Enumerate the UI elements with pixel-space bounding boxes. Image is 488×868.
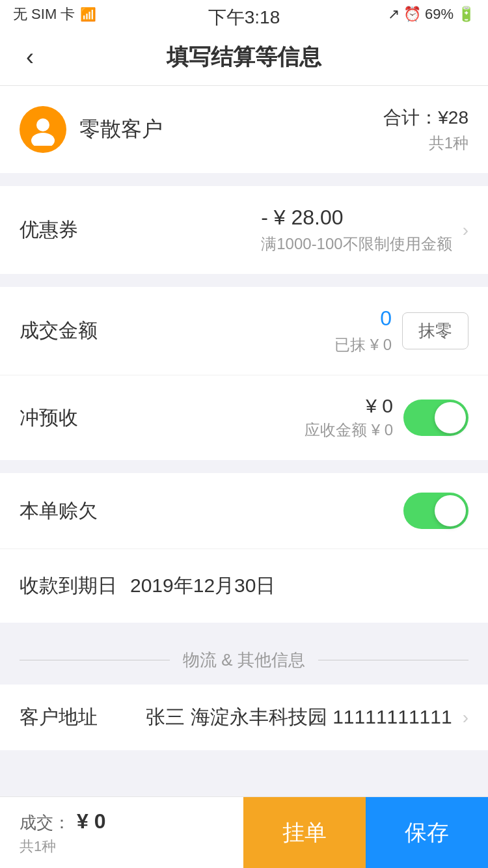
status-left: 无 SIM 卡 📶 bbox=[13, 5, 96, 24]
avatar-icon bbox=[27, 113, 59, 146]
bottom-count: 共1种 bbox=[20, 837, 224, 856]
deal-amount-row: 成交金额 0 已抹 ¥ 0 抹零 bbox=[0, 287, 488, 375]
address-value: 张三 海淀永丰科技园 11111111111 bbox=[146, 704, 452, 731]
coupon-section: 优惠券 - ¥ 28.00 满1000-100不限制使用金额 › bbox=[0, 186, 488, 274]
debt-toggle-slider bbox=[403, 493, 468, 529]
bottom-bar: 成交： ¥ 0 共1种 挂单 保存 bbox=[0, 796, 488, 868]
address-section: 客户地址 张三 海淀永丰科技园 11111111111 › bbox=[0, 685, 488, 750]
logistics-label: 物流 & 其他信息 bbox=[170, 649, 318, 671]
svg-point-1 bbox=[31, 133, 55, 146]
deal-amount-sub: 已抹 ¥ 0 bbox=[334, 334, 392, 355]
deal-amount-label: 成交金额 bbox=[20, 318, 98, 344]
due-date-row[interactable]: 收款到期日 2019年12月30日 bbox=[0, 549, 488, 623]
total-amount: 合计：¥28 bbox=[383, 105, 468, 130]
status-right: ↗ ⏰ 69% 🔋 bbox=[388, 6, 475, 23]
chevron-right-icon: › bbox=[463, 220, 468, 241]
due-date-label: 收款到期日 bbox=[20, 573, 117, 599]
svg-point-0 bbox=[36, 118, 49, 131]
coupon-value-block: - ¥ 28.00 满1000-100不限制使用金额 bbox=[261, 206, 452, 254]
coupon-label: 优惠券 bbox=[20, 217, 78, 243]
content-area: 零散客户 合计：¥28 共1种 优惠券 - ¥ 28.00 满1000-100不… bbox=[0, 86, 488, 841]
round-zero-button[interactable]: 抹零 bbox=[402, 312, 468, 349]
coupon-sub: 满1000-100不限制使用金额 bbox=[261, 234, 452, 254]
address-right: 张三 海淀永丰科技园 11111111111 › bbox=[146, 704, 468, 731]
logistics-section-header: 物流 & 其他信息 bbox=[0, 636, 488, 685]
coupon-row[interactable]: 优惠券 - ¥ 28.00 满1000-100不限制使用金额 › bbox=[0, 186, 488, 274]
prepayment-sub-value: 应收金额 ¥ 0 bbox=[305, 420, 393, 441]
debt-row: 本单赊欠 bbox=[0, 473, 488, 549]
deal-amount-value[interactable]: 0 bbox=[380, 306, 392, 330]
amount-section: 成交金额 0 已抹 ¥ 0 抹零 冲预收 ¥ 0 应收金额 ¥ 0 bbox=[0, 287, 488, 460]
debt-right bbox=[403, 493, 468, 529]
prepayment-label: 冲预收 bbox=[20, 405, 78, 431]
prepayment-toggle[interactable] bbox=[403, 400, 468, 436]
prepayment-right: ¥ 0 应收金额 ¥ 0 bbox=[305, 395, 468, 441]
location-icon: ↗ bbox=[388, 6, 400, 23]
bottom-deal-row: 成交： ¥ 0 bbox=[20, 809, 224, 834]
prepayment-toggle-slider bbox=[403, 400, 468, 436]
deal-amount-right: 0 已抹 ¥ 0 抹零 bbox=[334, 306, 468, 355]
customer-row: 零散客户 合计：¥28 共1种 bbox=[0, 86, 488, 173]
debt-toggle[interactable] bbox=[403, 493, 468, 529]
address-chevron-icon: › bbox=[463, 707, 468, 728]
bottom-actions: 挂单 保存 bbox=[243, 797, 488, 868]
customer-avatar bbox=[20, 106, 66, 153]
prepayment-row: 冲预收 ¥ 0 应收金额 ¥ 0 bbox=[0, 375, 488, 460]
prepayment-main-value: ¥ 0 bbox=[305, 395, 393, 417]
bottom-info: 成交： ¥ 0 共1种 bbox=[0, 809, 243, 856]
customer-left: 零散客户 bbox=[20, 106, 163, 153]
address-row[interactable]: 客户地址 张三 海淀永丰科技园 11111111111 › bbox=[0, 685, 488, 750]
nav-bar: ‹ 填写结算等信息 bbox=[0, 29, 488, 86]
customer-summary: 合计：¥28 共1种 bbox=[383, 105, 468, 154]
coupon-value: - ¥ 28.00 bbox=[261, 206, 452, 230]
sim-status: 无 SIM 卡 bbox=[13, 5, 75, 24]
debt-label: 本单赊欠 bbox=[20, 498, 98, 524]
save-button[interactable]: 保存 bbox=[366, 797, 488, 868]
alarm-icon: ⏰ bbox=[403, 6, 421, 23]
debt-section: 本单赊欠 收款到期日 2019年12月30日 bbox=[0, 473, 488, 623]
address-label: 客户地址 bbox=[20, 704, 98, 731]
header-line-left bbox=[20, 660, 170, 660]
battery-level: 69% bbox=[425, 6, 454, 23]
status-bar: 无 SIM 卡 📶 下午3:18 ↗ ⏰ 69% 🔋 bbox=[0, 0, 488, 29]
back-button[interactable]: ‹ bbox=[20, 37, 40, 77]
bottom-deal-label: 成交： bbox=[20, 811, 70, 834]
deal-amount-value-block: 0 已抹 ¥ 0 bbox=[334, 306, 392, 355]
total-count: 共1种 bbox=[383, 133, 468, 154]
coupon-right: - ¥ 28.00 满1000-100不限制使用金额 › bbox=[261, 206, 468, 254]
header-line-right bbox=[318, 660, 468, 660]
customer-name: 零散客户 bbox=[79, 115, 163, 144]
page-title: 填写结算等信息 bbox=[167, 42, 321, 72]
battery-icon: 🔋 bbox=[457, 6, 475, 23]
prepayment-value-block: ¥ 0 应收金额 ¥ 0 bbox=[305, 395, 393, 441]
hold-button[interactable]: 挂单 bbox=[243, 797, 366, 868]
status-time: 下午3:18 bbox=[208, 5, 280, 30]
bottom-deal-value: ¥ 0 bbox=[77, 809, 105, 834]
wifi-icon: 📶 bbox=[80, 7, 96, 22]
due-date-value: 2019年12月30日 bbox=[130, 573, 275, 599]
